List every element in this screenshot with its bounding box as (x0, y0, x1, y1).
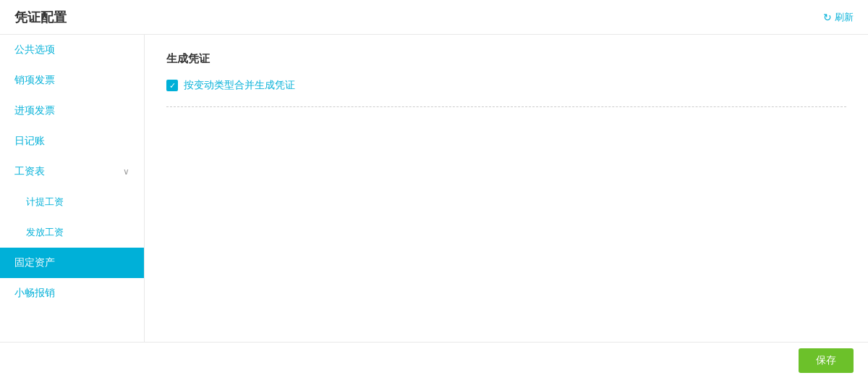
page-title: 凭证配置 (14, 9, 67, 26)
sidebar-item-journal[interactable]: 日记账 (0, 126, 144, 156)
merge-checkbox[interactable] (166, 80, 178, 91)
sidebar-item-label: 日记账 (14, 135, 45, 148)
sidebar-item-label: 发放工资 (26, 226, 64, 239)
refresh-button[interactable]: ↻ 刷新 (823, 11, 854, 24)
sidebar-item-calc-payroll[interactable]: 计提工资 (0, 187, 144, 217)
sidebar-item-label: 公共选项 (14, 43, 55, 56)
header: 凭证配置 ↻ 刷新 (0, 0, 868, 35)
checkbox-label[interactable]: 按变动类型合并生成凭证 (184, 79, 295, 92)
section-divider (166, 106, 846, 107)
sidebar-item-label: 工资表 (14, 165, 45, 178)
sidebar-item-expense-reimbursement[interactable]: 小畅报销 (0, 278, 144, 308)
sidebar-item-label: 进项发票 (14, 104, 55, 117)
refresh-label: 刷新 (835, 11, 854, 24)
sidebar-item-payroll-table[interactable]: 工资表∨ (0, 156, 144, 187)
chevron-down-icon: ∨ (123, 167, 129, 177)
sidebar-item-label: 销项发票 (14, 74, 55, 87)
refresh-icon: ↻ (823, 12, 832, 23)
sidebar-item-public-options[interactable]: 公共选项 (0, 35, 144, 65)
footer: 保存 (0, 342, 868, 378)
sidebar-item-issue-payroll[interactable]: 发放工资 (0, 217, 144, 248)
save-button[interactable]: 保存 (799, 348, 854, 373)
sidebar-item-sales-invoice[interactable]: 销项发票 (0, 65, 144, 96)
sidebar-item-label: 小畅报销 (14, 287, 55, 300)
sidebar-item-label: 计提工资 (26, 196, 64, 209)
sidebar-item-fixed-assets[interactable]: 固定资产 (0, 248, 144, 278)
page-container: 凭证配置 ↻ 刷新 公共选项销项发票进项发票日记账工资表∨计提工资发放工资固定资… (0, 0, 868, 378)
sidebar-item-label: 固定资产 (14, 256, 55, 269)
sidebar-item-purchase-invoice[interactable]: 进项发票 (0, 96, 144, 126)
checkbox-row: 按变动类型合并生成凭证 (166, 79, 846, 92)
main-content: 生成凭证 按变动类型合并生成凭证 (145, 35, 868, 342)
section-title: 生成凭证 (166, 52, 846, 66)
sidebar: 公共选项销项发票进项发票日记账工资表∨计提工资发放工资固定资产小畅报销 (0, 35, 145, 342)
body-container: 公共选项销项发票进项发票日记账工资表∨计提工资发放工资固定资产小畅报销 生成凭证… (0, 35, 868, 342)
